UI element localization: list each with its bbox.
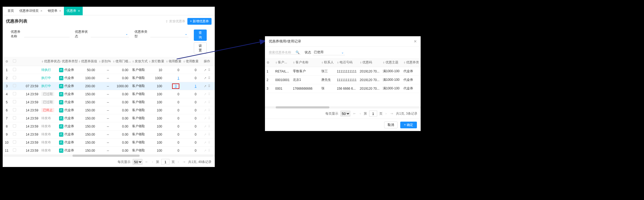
- row-checkbox[interactable]: [13, 148, 16, 152]
- coupon-name-input[interactable]: [24, 31, 70, 37]
- table-row[interactable]: 1RETAIL...零散客户张三111111111112019120 70...…: [265, 67, 421, 76]
- perpage-select[interactable]: 50: [133, 159, 143, 165]
- type-badge-icon: 代: [59, 92, 63, 96]
- page-prev-icon[interactable]: ‹: [151, 160, 154, 164]
- status-badge: 待执行: [41, 68, 51, 72]
- page-first-icon[interactable]: ⇤: [352, 112, 357, 115]
- state-select[interactable]: 已使用 ⌄: [313, 49, 345, 55]
- page-last-icon[interactable]: ⇥: [390, 112, 394, 115]
- row-checkbox[interactable]: [13, 100, 16, 103]
- chevron-down-icon: ⌄: [341, 50, 344, 54]
- horizontal-scrollbar[interactable]: [3, 155, 215, 157]
- gear-icon[interactable]: ⚙: [5, 60, 8, 63]
- chevron-down-icon: ⌄: [125, 32, 128, 36]
- close-icon[interactable]: ✕: [59, 9, 61, 12]
- sort-icon[interactable]: ▲▼: [360, 61, 362, 64]
- sort-icon[interactable]: ▲▼: [41, 60, 43, 63]
- status-badge: 执行中: [41, 84, 51, 88]
- tab-home[interactable]: 首页: [5, 7, 17, 15]
- row-checkbox[interactable]: [13, 124, 16, 128]
- close-icon[interactable]: ✕: [40, 9, 42, 12]
- search-button[interactable]: 查询: [194, 30, 207, 41]
- share-icon: ↗: [204, 141, 206, 144]
- sort-icon[interactable]: ▲▼: [59, 60, 61, 63]
- row-checkbox[interactable]: [13, 116, 16, 119]
- sort-icon[interactable]: ▲▼: [321, 61, 323, 64]
- share-icon[interactable]: ↗: [204, 76, 206, 80]
- cancel-button[interactable]: 取消: [384, 122, 398, 128]
- sort-icon[interactable]: ▲▼: [403, 61, 406, 64]
- table-row[interactable]: 1014 23:59待发布代代金券150.00--0.00客户领取10000↗⠿: [3, 139, 215, 147]
- row-checkbox[interactable]: [13, 108, 16, 111]
- row-checkbox[interactable]: [13, 132, 16, 136]
- qrcode-icon[interactable]: ⠿: [208, 84, 210, 88]
- table-row[interactable]: 2执行中代代金券100.00--0.00客户领取100010↗⠿: [3, 74, 215, 82]
- table-row[interactable]: 3000117666666666张156 6666 6...2019120 70…: [265, 84, 421, 93]
- page-input[interactable]: [161, 159, 169, 165]
- claim-link[interactable]: 1: [177, 76, 179, 80]
- settings-button[interactable]: 设置: [194, 42, 207, 54]
- qrcode-icon[interactable]: ⠿: [208, 68, 210, 72]
- page-first-icon[interactable]: ⇤: [145, 160, 149, 164]
- perpage-select[interactable]: 50: [340, 111, 350, 117]
- use-link[interactable]: 1: [195, 84, 197, 88]
- coupon-table: ⚙ ▲▼优惠券状态 ▲▼优惠券类型 ▲▼优惠券面值 ▲▼折扣% ▲▼使用门槛..…: [3, 57, 215, 155]
- row-checkbox[interactable]: [13, 76, 16, 79]
- share-icon: ↗: [204, 100, 206, 104]
- search-icon[interactable]: 🔍: [296, 50, 300, 54]
- table-row[interactable]: 200010001北京1唐先生111111111112019120 70...满…: [265, 76, 421, 84]
- gear-icon[interactable]: ⚙: [267, 61, 270, 64]
- status-select[interactable]: ⌄: [91, 31, 129, 37]
- sort-icon[interactable]: ▲▼: [78, 60, 81, 63]
- qrcode-icon[interactable]: ⠿: [208, 76, 210, 80]
- row-checkbox[interactable]: [13, 92, 16, 95]
- records-table: ⚙ ▲▼客户... ▲▼客户名称 ▲▼联系人 ▲▼电话号码 ▲▼优惠码 ▲▼优惠…: [265, 58, 421, 93]
- coupon-search-input[interactable]: [269, 50, 296, 54]
- table-row[interactable]: 914 23:59待发布代代金券150.00--0.00客户领取10000↗⠿: [3, 130, 215, 139]
- close-icon[interactable]: ✕: [78, 9, 80, 12]
- sort-icon[interactable]: ▲▼: [113, 60, 115, 63]
- table-row[interactable]: 514 23:59已过期代代金券150.00--0.00客户领取10000↗⠿: [3, 98, 215, 106]
- sort-icon[interactable]: ▲▼: [149, 60, 151, 63]
- table-row[interactable]: 614 23:59已终止代代金券150.00--0.00客户领取10000↗⠿: [3, 106, 215, 114]
- sort-icon[interactable]: ▲▼: [166, 60, 168, 63]
- page-next-icon[interactable]: ›: [177, 160, 180, 164]
- page-last-icon[interactable]: ⇥: [182, 160, 186, 164]
- distribute-link: ⇪发放优惠券: [165, 19, 185, 24]
- pager-summary: 共1页, 49条记录: [188, 160, 212, 164]
- page-next-icon[interactable]: ›: [385, 112, 387, 115]
- sort-icon[interactable]: ▲▼: [99, 60, 101, 63]
- page-prev-icon[interactable]: ‹: [359, 112, 362, 115]
- tab-detail[interactable]: 优惠券详情页✕: [17, 7, 45, 15]
- sort-icon[interactable]: ▲▼: [383, 61, 385, 64]
- table-row[interactable]: 414 23:59已过期代代金券150.00--0.00客户领取10000↗⠿: [3, 90, 215, 98]
- table-row[interactable]: 814 23:59待发布代代金券150.00--0.00客户领取10000↗⠿: [3, 122, 215, 130]
- row-checkbox[interactable]: [13, 84, 16, 87]
- status-badge: 已过期: [41, 100, 54, 104]
- table-row[interactable]: 1待执行代代金券50.00--0.00客户领取1000↗⠿: [3, 66, 215, 74]
- claim-link[interactable]: 3: [172, 83, 179, 89]
- share-icon[interactable]: ↗: [204, 68, 206, 72]
- tab-coupon[interactable]: 优惠券✕: [64, 7, 83, 15]
- table-row[interactable]: 307 23:59执行中代代金券200.00--1000.00客户领取10031…: [3, 82, 215, 90]
- table-row[interactable]: 714 23:59待发布代代金券150.00--0.00客户领取10000↗⠿: [3, 114, 215, 122]
- close-icon[interactable]: ✕: [414, 39, 417, 43]
- search-input-wrapper: 🔍: [269, 50, 301, 54]
- status-badge: 待发布: [41, 148, 51, 152]
- share-icon[interactable]: ↗: [204, 84, 206, 88]
- table-row[interactable]: 1114 23:59待发布代代金券150.00--0.00客户领取10000↗⠿: [3, 147, 215, 155]
- horizontal-scrollbar[interactable]: [265, 106, 421, 108]
- sort-icon[interactable]: ▲▼: [132, 60, 134, 63]
- add-coupon-button[interactable]: 新增优惠券: [187, 18, 212, 25]
- tab-sales[interactable]: 销货单✕: [45, 7, 64, 15]
- sort-icon[interactable]: ▲▼: [183, 60, 185, 63]
- sort-icon[interactable]: ▲▼: [275, 61, 277, 64]
- row-checkbox[interactable]: [13, 68, 16, 71]
- sort-icon[interactable]: ▲▼: [337, 61, 339, 64]
- checkbox-all[interactable]: [13, 59, 16, 63]
- page-input[interactable]: [369, 111, 377, 117]
- ok-button[interactable]: 确定: [400, 122, 417, 128]
- type-select[interactable]: ⌄: [150, 31, 188, 37]
- row-checkbox[interactable]: [13, 140, 16, 144]
- sort-icon[interactable]: ▲▼: [293, 61, 295, 64]
